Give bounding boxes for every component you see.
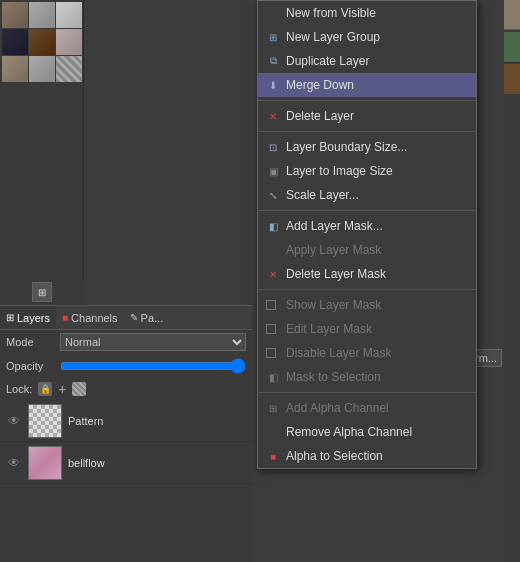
remove-alpha-label: Remove Alpha Channel	[286, 425, 412, 439]
tab-layers[interactable]: ⊞ Layers	[0, 306, 56, 329]
tab-layers-label: Layers	[17, 312, 50, 324]
right-panel	[504, 0, 520, 562]
layer-name-1: Pattern	[68, 415, 103, 427]
layers-tab-icon: ⊞	[6, 312, 14, 323]
layer-row-2[interactable]: 👁 bellflow	[0, 442, 252, 484]
alpha-to-sel-label: Alpha to Selection	[286, 449, 383, 463]
layer-eye-2[interactable]: 👁	[6, 455, 22, 471]
new-layer-group-label: New Layer Group	[286, 30, 380, 44]
scale-layer-label: Scale Layer...	[286, 188, 359, 202]
delete-mask-label: Delete Layer Mask	[286, 267, 386, 281]
mask-to-sel-label: Mask to Selection	[286, 370, 381, 384]
menu-new-layer-group[interactable]: ⊞ New Layer Group	[258, 25, 476, 49]
delete-mask-icon: ✕	[266, 267, 280, 281]
opacity-slider[interactable]	[60, 359, 246, 373]
thumb-7[interactable]	[2, 56, 28, 82]
tab-paths-label: Pa...	[141, 312, 164, 324]
thumb-4[interactable]	[2, 29, 28, 55]
merge-down-icon: ⬇	[266, 78, 280, 92]
right-thumb-3	[504, 64, 520, 94]
layer-name-2: bellflow	[68, 457, 105, 469]
thumb-9[interactable]	[56, 56, 82, 82]
layer-boundary-icon: ⊡	[266, 140, 280, 154]
separator-3	[258, 210, 476, 211]
menu-remove-alpha[interactable]: Remove Alpha Channel	[258, 420, 476, 444]
mask-to-sel-icon: ◧	[266, 370, 280, 384]
separator-5	[258, 392, 476, 393]
tab-paths[interactable]: ✎ Pa...	[124, 306, 170, 329]
delete-layer-icon: ✕	[266, 109, 280, 123]
menu-layer-to-image[interactable]: ▣ Layer to Image Size	[258, 159, 476, 183]
layers-tabs: ⊞ Layers ■ Channels ✎ Pa...	[0, 306, 252, 330]
menu-delete-layer[interactable]: ✕ Delete Layer	[258, 104, 476, 128]
menu-apply-mask: Apply Layer Mask	[258, 238, 476, 262]
duplicate-layer-label: Duplicate Layer	[286, 54, 369, 68]
right-thumb-1	[504, 0, 520, 30]
layer-eye-1[interactable]: 👁	[6, 413, 22, 429]
layer-thumb-1	[28, 404, 62, 438]
add-mask-label: Add Layer Mask...	[286, 219, 383, 233]
apply-mask-label: Apply Layer Mask	[286, 243, 381, 257]
layer-to-image-icon: ▣	[266, 164, 280, 178]
scale-layer-icon: ⤡	[266, 188, 280, 202]
menu-merge-down[interactable]: ⬇ Merge Down	[258, 73, 476, 97]
separator-4	[258, 289, 476, 290]
lock-alpha-icon[interactable]	[72, 382, 86, 396]
layer-boundary-label: Layer Boundary Size...	[286, 140, 407, 154]
paths-tab-icon: ✎	[130, 312, 138, 323]
mode-select[interactable]: Normal	[60, 333, 246, 351]
mode-label: Mode	[6, 336, 56, 348]
thumb-3[interactable]	[56, 2, 82, 28]
thumb-6[interactable]	[56, 29, 82, 55]
menu-layer-boundary[interactable]: ⊡ Layer Boundary Size...	[258, 135, 476, 159]
delete-layer-label: Delete Layer	[286, 109, 354, 123]
menu-mask-to-sel: ◧ Mask to Selection	[258, 365, 476, 389]
merge-down-label: Merge Down	[286, 78, 354, 92]
menu-alpha-to-sel[interactable]: ■ Alpha to Selection	[258, 444, 476, 468]
mode-row: Mode Normal	[0, 330, 252, 354]
duplicate-layer-icon: ⧉	[266, 54, 280, 68]
layer-to-image-label: Layer to Image Size	[286, 164, 393, 178]
add-mask-icon: ◧	[266, 219, 280, 233]
menu-delete-mask[interactable]: ✕ Delete Layer Mask	[258, 262, 476, 286]
menu-add-alpha: ⊞ Add Alpha Channel	[258, 396, 476, 420]
layer-thumb-2	[28, 446, 62, 480]
menu-disable-mask: Disable Layer Mask	[258, 341, 476, 365]
lock-row: Lock: 🔒 +	[0, 378, 252, 400]
show-mask-checkbox	[266, 300, 276, 310]
new-layer-group-icon: ⊞	[266, 30, 280, 44]
menu-add-mask[interactable]: ◧ Add Layer Mask...	[258, 214, 476, 238]
opacity-row: Opacity	[0, 354, 252, 378]
tab-channels-label: Channels	[71, 312, 117, 324]
channels-tab-icon: ■	[62, 312, 68, 323]
layer-icon: ⊞	[32, 282, 52, 302]
add-lock-icon[interactable]: +	[58, 381, 66, 397]
thumb-8[interactable]	[29, 56, 55, 82]
menu-new-from-visible[interactable]: New from Visible	[258, 1, 476, 25]
thumbnail-grid	[0, 0, 83, 84]
alpha-to-sel-icon: ■	[266, 449, 280, 463]
lock-label: Lock:	[6, 383, 32, 395]
show-mask-label: Show Layer Mask	[286, 298, 381, 312]
thumb-1[interactable]	[2, 2, 28, 28]
lock-pixels-icon[interactable]: 🔒	[38, 382, 52, 396]
tab-channels[interactable]: ■ Channels	[56, 306, 124, 329]
layers-panel: ⊞ Layers ■ Channels ✎ Pa... Mode Normal …	[0, 305, 252, 562]
edit-mask-label: Edit Layer Mask	[286, 322, 372, 336]
new-from-visible-label: New from Visible	[286, 6, 376, 20]
menu-duplicate-layer[interactable]: ⧉ Duplicate Layer	[258, 49, 476, 73]
menu-show-mask: Show Layer Mask	[258, 293, 476, 317]
right-thumb-2	[504, 32, 520, 62]
layer-row-1[interactable]: 👁 Pattern	[0, 400, 252, 442]
thumb-2[interactable]	[29, 2, 55, 28]
edit-mask-checkbox	[266, 324, 276, 334]
icon-bar: ⊞	[0, 280, 84, 304]
menu-edit-mask: Edit Layer Mask	[258, 317, 476, 341]
add-alpha-label: Add Alpha Channel	[286, 401, 389, 415]
separator-1	[258, 100, 476, 101]
separator-2	[258, 131, 476, 132]
thumb-5[interactable]	[29, 29, 55, 55]
context-menu: New from Visible ⊞ New Layer Group ⧉ Dup…	[257, 0, 477, 469]
disable-mask-checkbox	[266, 348, 276, 358]
menu-scale-layer[interactable]: ⤡ Scale Layer...	[258, 183, 476, 207]
